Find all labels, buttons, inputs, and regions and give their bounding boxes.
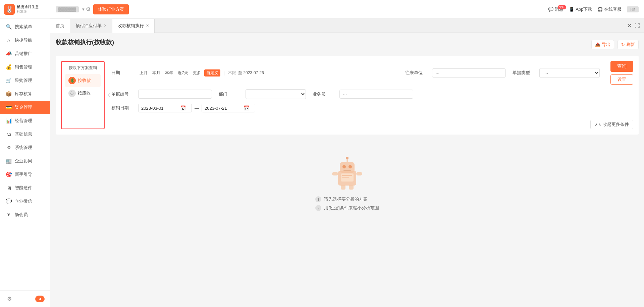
- topbar-service-icon: 🎧: [597, 7, 603, 12]
- tab-prepay-close-icon[interactable]: ✕: [104, 23, 107, 28]
- filter-sidebar-title: 按以下方案查询: [65, 65, 101, 71]
- beginner-icon: 🎯: [5, 171, 12, 178]
- topbar-brand: ▓▓▓▓▓▓ ▾: [56, 6, 86, 12]
- topbar-gear-icon[interactable]: ⚙: [86, 6, 91, 12]
- sidebar-item-wechat[interactable]: 💬 企业微信: [0, 195, 50, 208]
- sidebar-label-smart-hw: 智能硬件: [15, 185, 32, 191]
- sidebar-collapse-button[interactable]: ◀: [35, 296, 45, 302]
- tab-prepay[interactable]: 预付冲应付单 ✕: [70, 19, 112, 33]
- tab-collection[interactable]: 收款核销执行 ✕: [112, 19, 155, 33]
- topbar-user-avatar[interactable]: Rit: [627, 6, 639, 12]
- sidebar-label-quick-nav: 快捷导航: [15, 37, 32, 43]
- home-icon: ⌂: [5, 37, 12, 44]
- filter-row-writeoff: 核销日期 📅 — 📅: [111, 104, 633, 112]
- sidebar-item-member[interactable]: V 畅会员: [0, 208, 50, 221]
- tab-collection-label: 收款核销执行: [118, 23, 144, 29]
- doc-type-select[interactable]: ···: [539, 68, 600, 78]
- sidebar-item-enterprise[interactable]: 🏢 企业协同: [0, 154, 50, 168]
- docno-input[interactable]: [138, 90, 212, 99]
- sidebar-item-smart-hw[interactable]: 🖥 智能硬件: [0, 181, 50, 195]
- dept-select[interactable]: [246, 89, 306, 99]
- tab-home-label: 首页: [56, 23, 64, 29]
- empty-tip-2-text: 用[过滤]条件来缩小分析范围: [324, 205, 379, 211]
- topbar-solution-button[interactable]: 体验行业方案: [93, 4, 129, 14]
- date-shortcuts: 上月 本月 本年 近7天 更多 自定义 | 不限 至 2023-07-26: [138, 69, 398, 76]
- svg-rect-7: [332, 172, 338, 175]
- query-button[interactable]: 查询: [610, 61, 633, 72]
- collapse-more-icon: ∧∧: [595, 122, 601, 127]
- sidebar-label-system: 系统管理: [15, 145, 32, 151]
- writeoff-end-wrapper: 📅: [202, 104, 255, 112]
- topbar-msg-button[interactable]: 💬 消息 99+: [548, 6, 564, 12]
- sidebar-label-marketing: 营销推广: [15, 51, 32, 57]
- filter-option-receivable-label: 按应收: [78, 90, 91, 96]
- topbar-msg-icon: 💬: [548, 7, 553, 12]
- date-shortcut-this-year[interactable]: 本年: [164, 70, 174, 76]
- basic-info-icon: 🗂: [5, 131, 12, 138]
- tabs-close-all-icon[interactable]: ✕: [627, 22, 632, 30]
- svg-rect-8: [356, 172, 362, 175]
- sidebar-item-sales[interactable]: 💰 销售管理: [0, 60, 50, 74]
- sidebar-item-operation[interactable]: 📊 经营管理: [0, 114, 50, 127]
- empty-tip-2: 2 用[过滤]条件来缩小分析范围: [315, 205, 379, 211]
- sidebar-item-search[interactable]: 🔍 搜索菜单: [0, 20, 50, 34]
- topbar-app-download[interactable]: 📱 App下载: [569, 6, 592, 12]
- collapse-more-button[interactable]: ∧∧ 收起更多条件: [590, 120, 633, 129]
- smart-hw-icon: 🖥: [5, 185, 12, 191]
- system-icon: ⚙: [5, 144, 12, 151]
- customer-input[interactable]: ···: [432, 68, 506, 78]
- collapse-panel-icon[interactable]: 《: [105, 92, 110, 98]
- salesman-input[interactable]: ···: [339, 90, 413, 99]
- date-shortcut-more[interactable]: 更多: [192, 70, 202, 76]
- sidebar-item-basic-info[interactable]: 🗂 基础信息: [0, 127, 50, 141]
- sidebar-settings-icon[interactable]: ⚙: [5, 295, 13, 303]
- date-shortcut-last-month[interactable]: 上月: [138, 70, 149, 76]
- page-title: 收款核销执行(按收款): [56, 38, 114, 46]
- sidebar-item-purchase[interactable]: 🛒 采购管理: [0, 74, 50, 87]
- topbar: ▓▓▓▓▓▓ ▾ ⚙ 体验行业方案 💬 消息 99+ 📱 App下载 🎧 在线客…: [50, 0, 644, 19]
- date-shortcut-this-month[interactable]: 本月: [151, 70, 162, 76]
- inventory-icon: 📦: [5, 91, 12, 97]
- filter-fields: 日期 上月 本月 本年 近7天 更多 自定义 | 不限 至 2023-07-26…: [111, 61, 633, 129]
- collapse-more-label: 收起更多条件: [603, 121, 629, 127]
- sidebar-item-quick-nav[interactable]: ⌂ 快捷导航: [0, 34, 50, 47]
- writeoff-start-input[interactable]: [141, 106, 178, 111]
- tab-collection-close-icon[interactable]: ✕: [146, 23, 149, 28]
- date-shortcut-custom[interactable]: 自定义: [204, 69, 220, 76]
- collection-option-icon: 💲: [68, 77, 76, 84]
- sidebar-item-marketing[interactable]: 📣 营销推广: [0, 47, 50, 60]
- date-shortcut-7days[interactable]: 近7天: [176, 70, 190, 76]
- calendar-end-icon[interactable]: 📅: [244, 105, 249, 111]
- topbar-chevron-icon[interactable]: ▾: [82, 7, 85, 12]
- operation-icon: 📊: [5, 117, 12, 124]
- svg-rect-4: [343, 170, 351, 171]
- date-range-row: 📅 — 📅: [138, 104, 255, 112]
- export-icon: 📤: [595, 42, 600, 47]
- calendar-start-icon[interactable]: 📅: [180, 105, 186, 111]
- sidebar-item-inventory[interactable]: 📦 库存核算: [0, 87, 50, 101]
- filter-option-by-collection[interactable]: 💲 按收款: [65, 74, 101, 87]
- svg-rect-12: [342, 175, 352, 176]
- main-area: ▓▓▓▓▓▓ ▾ ⚙ 体验行业方案 💬 消息 99+ 📱 App下载 🎧 在线客…: [50, 0, 644, 307]
- topbar-brand-text: ▓▓▓▓▓▓: [56, 6, 79, 12]
- sidebar-label-purchase: 采购管理: [15, 78, 32, 84]
- settings-button[interactable]: 设置: [610, 74, 633, 85]
- filter-area: 按以下方案查询 💲 按收款 ⏱ 按应收 《 日期 上月: [56, 56, 639, 135]
- writeoff-end-input[interactable]: [205, 106, 241, 111]
- tabs-expand-icon[interactable]: ⛶: [635, 23, 640, 29]
- content-area: 收款核销执行(按收款) 📤 导出 ↻ 刷新 按以下方案查询 💲 按收款: [50, 33, 644, 307]
- sidebar-label-enterprise: 企业协同: [15, 158, 32, 164]
- sidebar-item-system[interactable]: ⚙ 系统管理: [0, 141, 50, 154]
- to-text: 至 2023-07-26: [238, 70, 264, 76]
- tab-home[interactable]: 首页: [50, 19, 70, 33]
- export-button[interactable]: 📤 导出: [591, 40, 614, 49]
- sidebar-label-member: 畅会员: [15, 212, 28, 218]
- refresh-button[interactable]: ↻ 刷新: [618, 40, 639, 49]
- filter-option-by-receivable[interactable]: ⏱ 按应收: [65, 87, 101, 100]
- topbar-service-button[interactable]: 🎧 在线客服: [597, 6, 622, 12]
- sidebar-item-beginner[interactable]: 🎯 新手引导: [0, 168, 50, 181]
- sidebar-item-finance[interactable]: 💳 资金管理: [0, 101, 50, 114]
- dept-label: 部门: [219, 91, 239, 97]
- topbar-right: 💬 消息 99+ 📱 App下载 🎧 在线客服 Rit: [548, 6, 639, 12]
- member-icon: V: [5, 211, 12, 218]
